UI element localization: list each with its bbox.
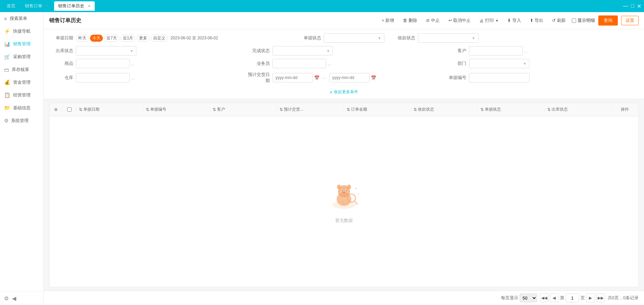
th-order-amount: ⇅ 订单金额 [344,107,411,112]
expected-date-end[interactable] [329,73,370,82]
query-button[interactable]: 查询 [598,15,618,26]
export-button[interactable]: ⬆ 导出 [527,16,546,25]
complete-status-arrow-icon: ▼ [327,49,330,53]
refresh-button[interactable]: ↺ 刷新 [549,16,568,25]
import-button[interactable]: ⬇ 导入 [505,16,524,25]
date-tag-today[interactable]: 今天 [90,35,103,42]
print-button[interactable]: 🖨 打印 ▼ [477,16,501,25]
sidebar-item-purchase-mgmt[interactable]: 🛒 采购管理 [0,50,43,63]
payment-status-label: 收款状态 [391,35,418,41]
th-out-status-icon: ⇅ [547,107,551,112]
sidebar-item-quick-nav-label: 快捷导航 [13,28,31,34]
show-detail-label: 显示明细 [577,17,595,24]
show-detail-checkbox-label[interactable]: 显示明细 [572,17,595,24]
next-page-button[interactable]: ▶ [586,294,595,302]
quick-nav-icon: ⚡ [4,28,10,34]
show-detail-checkbox[interactable] [572,18,576,23]
tab-sales-order-history[interactable]: 销售订单历史 ✕ [54,1,95,11]
dept-label: 部门 [442,61,469,67]
goods-input[interactable] [76,59,130,68]
tab-sales-order-label: 销售订单 [25,3,42,9]
sidebar-item-quick-nav[interactable]: ⚡ 快捷导航 [0,25,43,38]
th-out-status-label: 出库状态 [552,107,568,112]
calendar-start-icon[interactable]: 📅 [314,75,319,80]
th-doc-status: ⇅ 单据状态 [478,107,545,112]
goods-label: 商品 [49,61,76,67]
tab-sales-order-history-close[interactable]: ✕ [88,4,91,8]
settings-button[interactable]: 设置 [621,16,639,25]
prev-page-button[interactable]: ◀ [550,294,559,302]
th-settings[interactable]: ⚙ [49,107,63,112]
per-page-select[interactable]: 10 20 50 100 [520,294,537,302]
tab-sales-order-close[interactable]: ✕ [46,4,49,8]
content-area: 销售订单历史 + 新增 🗑 删除 ⊘ 中止 ↩ 取消中止 🖨 打印 ▼ ⬇ 导入… [44,12,644,305]
system-mgmt-icon: ⚙ [4,118,8,124]
svg-point-11 [347,185,351,189]
salesman-dots-button[interactable]: ... [326,61,333,66]
delete-button[interactable]: 🗑 删除 [400,16,420,25]
date-tag-yesterday[interactable]: 昨天 [76,35,89,42]
search-menu-icon: ≡ [4,16,7,22]
sidebar-item-operations-mgmt[interactable]: 📋 经营管理 [0,89,43,102]
date-tag-1month[interactable]: 近1月 [121,35,136,42]
date-tags: 昨天 今天 近7天 近1月 更多 自定义 [76,35,168,42]
toolbar: + 新增 🗑 删除 ⊘ 中止 ↩ 取消中止 🖨 打印 ▼ ⬇ 导入 ⬆ 导出 ↺… [379,15,639,26]
th-operation-label: 操作 [621,107,629,112]
new-button[interactable]: + 新增 [379,16,397,25]
sidebar-item-inventory-calc[interactable]: 🗃 库存核算 [0,63,43,76]
stop-button[interactable]: ⊘ 中止 [423,16,442,25]
collapse-more-button[interactable]: ∧ 收起更多条件 [49,87,639,95]
th-doc-status-label: 单据状态 [485,107,501,112]
sidebar-item-inventory-calc-label: 库存核算 [12,67,29,73]
empty-text: 暂无数据 [335,218,353,224]
sidebar-item-finance-mgmt[interactable]: 💰 资金管理 [0,76,43,89]
window-close-icon[interactable]: ✕ [637,3,641,9]
date-tag-more[interactable]: 更多 [137,35,149,42]
date-tag-custom[interactable]: 自定义 [151,35,168,42]
sidebar-item-system-mgmt[interactable]: ⚙ 系统管理 [0,114,43,127]
doc-no-input[interactable] [469,73,529,82]
sidebar-item-sales-mgmt[interactable]: 📊 销售管理 [0,38,43,50]
page-word-before: 第 [560,295,564,301]
window-restore-icon[interactable]: □ [631,3,634,9]
th-expected-date-label: 预计交货... [284,107,303,112]
last-page-button[interactable]: ▶▶ [596,294,605,302]
tab-home[interactable]: 首页 [3,1,19,11]
doc-no-label: 单据编号 [442,75,469,81]
per-page-control: 每页显示 10 20 50 100 [501,294,537,302]
salesman-control: ... [272,59,442,68]
sidebar-collapse-icon[interactable]: ◀ [12,295,16,302]
payment-status-select[interactable]: ▼ [418,33,478,43]
doc-status-select[interactable]: ▼ [324,33,384,43]
table-header: ⚙ ⇅ 单据日期 ⇅ 单据编号 ⇅ 客户 [49,103,638,116]
doc-status-label: 单据状态 [297,35,324,41]
first-page-button[interactable]: ◀◀ [540,294,549,302]
sidebar-settings-icon[interactable]: ⚙ [4,295,9,302]
cancel-stop-button[interactable]: ↩ 取消中止 [446,16,474,25]
customer-dots-button[interactable]: ... [523,48,529,53]
select-all-checkbox[interactable] [67,107,72,112]
tab-sales-order[interactable]: 销售订单 ✕ [21,1,53,11]
goods-dots-button[interactable]: ... [130,61,136,66]
out-status-select[interactable]: ▼ [76,46,136,55]
warehouse-input[interactable] [76,73,130,82]
window-minimize-icon[interactable]: — [623,3,628,9]
complete-status-select[interactable]: ▼ [272,46,333,55]
th-doc-no-icon: ⇅ [146,107,149,112]
date-tag-7days[interactable]: 近7天 [104,35,119,42]
calendar-end-icon[interactable]: 📅 [371,75,376,80]
dept-select[interactable]: ▼ [469,59,529,68]
expected-date-start[interactable] [272,73,313,82]
warehouse-dots-button[interactable]: ... [130,75,136,80]
sidebar-item-search-menu[interactable]: ≡ 搜索菜单 [0,12,43,25]
customer-input[interactable] [469,46,523,55]
warehouse-control: ... [76,73,246,82]
finance-mgmt-icon: 💰 [4,79,10,85]
sidebar-item-basic-info[interactable]: 📁 基础信息 [0,102,43,114]
page-number-input[interactable] [566,294,579,302]
column-settings-icon[interactable]: ⚙ [54,107,58,112]
salesman-input[interactable] [272,59,326,68]
operations-mgmt-icon: 📋 [4,92,10,98]
sidebar-item-system-mgmt-label: 系统管理 [11,118,29,124]
out-status-arrow-icon: ▼ [130,49,133,53]
